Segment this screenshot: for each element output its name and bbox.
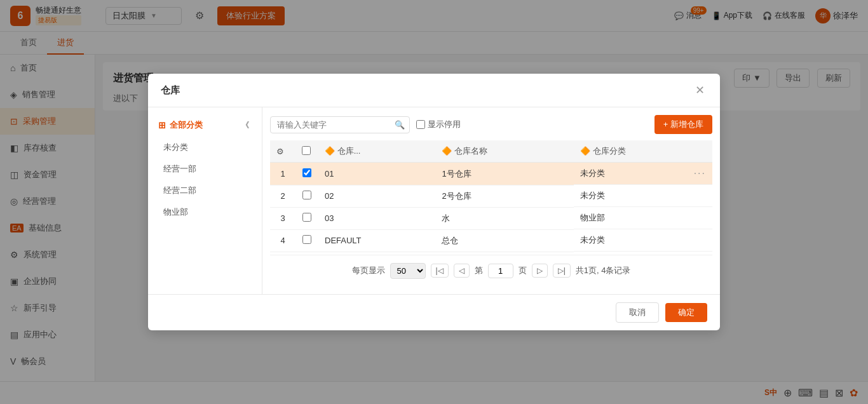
row-code: 03 bbox=[318, 207, 435, 229]
table-toolbar: 🔍 显示停用 + 新增仓库 bbox=[270, 115, 712, 134]
row-name: 1号仓库 bbox=[435, 163, 574, 185]
th-settings: ⚙ bbox=[270, 140, 295, 163]
row-more-button[interactable]: ··· bbox=[694, 168, 706, 179]
row-category: 未分类 bbox=[574, 229, 712, 252]
modal-title: 仓库 bbox=[161, 84, 180, 97]
table-scroll: ⚙ 🔶 仓库... 🔶 仓库名称 bbox=[270, 140, 712, 252]
collapse-button[interactable]: 《 bbox=[239, 119, 252, 131]
row-code: DEFAULT bbox=[318, 229, 435, 252]
search-wrap: 🔍 bbox=[270, 116, 410, 133]
category-item-dept1[interactable]: 经营一部 bbox=[148, 158, 262, 180]
page-input[interactable] bbox=[488, 264, 513, 278]
row-checkbox-cell bbox=[295, 229, 318, 252]
row-checkbox[interactable] bbox=[302, 168, 311, 177]
warehouse-modal: 仓库 ✕ ⊞ 全部分类 《 未分类 经营一部 经营二部 物业部 bbox=[148, 74, 720, 330]
row-code: 01 bbox=[318, 163, 435, 185]
category-item-property[interactable]: 物业部 bbox=[148, 201, 262, 223]
row-checkbox-cell bbox=[295, 185, 318, 207]
row-category: 未分类··· bbox=[574, 163, 712, 185]
show-disabled-checkbox[interactable]: 显示停用 bbox=[416, 119, 461, 130]
row-name: 总仓 bbox=[435, 229, 574, 252]
th-name: 🔶 仓库名称 bbox=[435, 140, 574, 163]
category-item-unclassified[interactable]: 未分类 bbox=[148, 137, 262, 158]
row-num: 3 bbox=[270, 207, 295, 229]
table-row: 1 01 1号仓库 未分类··· bbox=[270, 163, 712, 185]
page-size-select[interactable]: 50 10 20 100 bbox=[390, 263, 426, 279]
select-all-checkbox[interactable] bbox=[302, 146, 311, 155]
table-area: 🔍 显示停用 + 新增仓库 ⚙ bbox=[262, 107, 720, 294]
warehouse-table: ⚙ 🔶 仓库... 🔶 仓库名称 bbox=[270, 140, 712, 252]
row-checkbox[interactable] bbox=[302, 191, 311, 199]
table-row: 4 DEFAULT 总仓 未分类 bbox=[270, 229, 712, 252]
table-header-row: ⚙ 🔶 仓库... 🔶 仓库名称 bbox=[270, 140, 712, 163]
category-sidebar: ⊞ 全部分类 《 未分类 经营一部 经营二部 物业部 bbox=[148, 107, 262, 294]
last-page-button[interactable]: ▷| bbox=[553, 264, 571, 278]
category-header: ⊞ 全部分类 《 bbox=[148, 114, 262, 137]
table-row: 2 02 2号仓库 未分类 bbox=[270, 185, 712, 207]
search-input[interactable] bbox=[270, 116, 410, 133]
row-num: 1 bbox=[270, 163, 295, 185]
row-category: 未分类 bbox=[574, 185, 712, 207]
new-warehouse-button[interactable]: + 新增仓库 bbox=[654, 115, 712, 134]
modal-header: 仓库 ✕ bbox=[148, 74, 720, 107]
modal-footer: 取消 确定 bbox=[148, 294, 720, 330]
row-code: 02 bbox=[318, 185, 435, 207]
modal-overlay: 仓库 ✕ ⊞ 全部分类 《 未分类 经营一部 经营二部 物业部 bbox=[0, 0, 868, 404]
grid-icon: ⊞ bbox=[158, 120, 166, 130]
row-checkbox-cell bbox=[295, 163, 318, 185]
prev-page-button[interactable]: ◁ bbox=[454, 264, 470, 278]
row-category: 物业部 bbox=[574, 207, 712, 229]
category-item-dept2[interactable]: 经营二部 bbox=[148, 180, 262, 201]
row-checkbox-cell bbox=[295, 207, 318, 229]
first-page-button[interactable]: |◁ bbox=[431, 264, 449, 278]
modal-body: ⊞ 全部分类 《 未分类 经营一部 经营二部 物业部 🔍 bbox=[148, 107, 720, 294]
row-num: 4 bbox=[270, 229, 295, 252]
table-row: 3 03 水 物业部 bbox=[270, 207, 712, 229]
th-checkbox bbox=[295, 140, 318, 163]
th-category: 🔶 仓库分类 bbox=[574, 140, 712, 163]
next-page-button[interactable]: ▷ bbox=[532, 264, 548, 278]
th-code: 🔶 仓库... bbox=[318, 140, 435, 163]
pagination: 每页显示 50 10 20 100 |◁ ◁ 第 页 ▷ ▷| 共1页, 4条记… bbox=[270, 255, 712, 286]
row-name: 水 bbox=[435, 207, 574, 229]
show-disabled-check[interactable] bbox=[416, 120, 425, 129]
modal-close-button[interactable]: ✕ bbox=[692, 83, 707, 98]
confirm-button[interactable]: 确定 bbox=[665, 303, 707, 322]
row-checkbox[interactable] bbox=[302, 213, 311, 222]
row-num: 2 bbox=[270, 185, 295, 207]
cancel-button[interactable]: 取消 bbox=[616, 302, 659, 323]
row-checkbox[interactable] bbox=[302, 235, 311, 244]
row-name: 2号仓库 bbox=[435, 185, 574, 207]
search-icon[interactable]: 🔍 bbox=[395, 120, 405, 130]
